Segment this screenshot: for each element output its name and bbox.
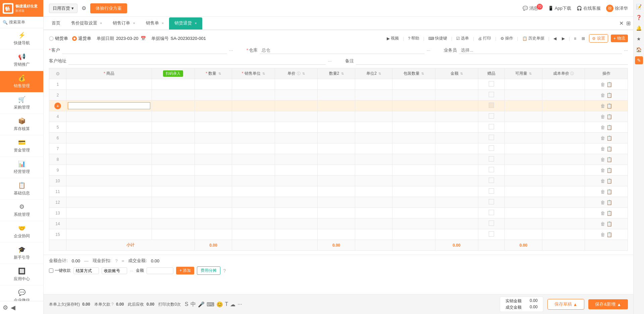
qty-sort-icon[interactable]: ⇅ [218, 72, 221, 75]
sidebar-item-operations[interactable]: 📊 经营管理 [0, 157, 43, 178]
delete-row-2-icon[interactable]: 🗑 [600, 92, 605, 98]
copy-7-icon[interactable]: 📋 [606, 146, 612, 151]
sidebar-item-basic-info[interactable]: 📋 基础信息 [0, 178, 43, 200]
operate-btn[interactable]: ⚙ 操作 [499, 35, 515, 42]
right-panel-icon-6[interactable]: ✎ [635, 56, 643, 64]
scan-input-btn[interactable]: 扫码录入 [163, 70, 183, 77]
collapse-icon[interactable]: ◀ [11, 304, 15, 311]
expand-tab-icon[interactable]: ⊞ [626, 20, 631, 26]
right-panel-icon-2[interactable]: ❓ [635, 13, 643, 21]
right-panel-icon-3[interactable]: 🔔 [635, 24, 643, 32]
copy-4-icon[interactable]: 📋 [606, 114, 612, 119]
gift-checkbox-9[interactable] [489, 167, 494, 172]
video-btn[interactable]: ▶ 视频 [385, 35, 400, 42]
staff-input[interactable] [459, 47, 622, 54]
unit-sort-icon[interactable]: ⇅ [262, 72, 265, 75]
delete-active-icon[interactable]: 🗑 [600, 103, 605, 109]
delete-12-icon[interactable]: 🗑 [600, 200, 605, 205]
sidebar-item-app-center[interactable]: 🔲 应用中心 [0, 264, 43, 286]
sidebar-item-purchase[interactable]: 🛒 采购管理 [0, 92, 43, 114]
delete-11-icon[interactable]: 🗑 [600, 189, 605, 194]
tab-price-settings-close[interactable]: × [100, 21, 102, 25]
delete-4-icon[interactable]: 🗑 [600, 114, 605, 119]
gift-checkbox-1[interactable] [489, 81, 494, 86]
delete-row-icon[interactable]: 🗑 [600, 82, 605, 87]
customer-input[interactable] [62, 47, 227, 54]
sidebar-item-finance[interactable]: 💳 资金管理 [0, 135, 43, 157]
delete-14-icon[interactable]: 🗑 [600, 221, 605, 227]
delete-9-icon[interactable]: 🗑 [600, 168, 605, 173]
expense-help-icon[interactable]: ? [223, 268, 226, 273]
list-view-btn[interactable]: ≡ [573, 36, 578, 42]
pack-sort-icon[interactable]: ⇅ [421, 72, 424, 75]
one-click-checkbox[interactable] [49, 268, 53, 273]
sidebar-item-quick[interactable]: ⚡ 快捷导航 [0, 28, 43, 50]
copy-14-icon[interactable]: 📋 [606, 221, 612, 227]
category-selector[interactable]: 日用百货 ▾ [49, 4, 77, 13]
copy-10-icon[interactable]: 📋 [606, 178, 612, 184]
address-select-icon[interactable]: ··· [328, 58, 332, 64]
settings-gear-icon[interactable]: ⚙ [82, 5, 86, 11]
prev-record-btn[interactable]: ◀ [552, 36, 558, 42]
gift-checkbox-2[interactable] [489, 92, 494, 97]
warehouse-select-icon[interactable]: ··· [427, 48, 431, 53]
tab-sales-return[interactable]: 销货退货 × [169, 17, 202, 29]
expense-split-btn[interactable]: 费用分摊 [197, 266, 220, 275]
gift-checkbox-15[interactable] [489, 231, 494, 237]
copy-11-icon[interactable]: 📋 [606, 189, 612, 194]
tab-price-settings[interactable]: 售价提取设置 × [66, 17, 107, 29]
radio-return[interactable]: 退货单 [72, 36, 91, 42]
note-input[interactable] [356, 57, 628, 65]
copy-9-icon[interactable]: 📋 [606, 168, 612, 173]
gift-checkbox-11[interactable] [489, 188, 494, 194]
message-button[interactable]: 💬 消息 70 [523, 5, 543, 11]
gift-checkbox-4[interactable] [489, 113, 494, 119]
product-input-active[interactable] [68, 102, 150, 109]
gift-checkbox-10[interactable] [489, 178, 494, 183]
tab-sales-slip[interactable]: 销售单 × [141, 17, 169, 29]
tab-sales-order[interactable]: 销售订单 × [107, 17, 140, 29]
address-input[interactable] [68, 57, 326, 65]
gift-checkbox-8[interactable] [489, 156, 494, 162]
user-profile[interactable]: 徐 徐泽华 [606, 5, 628, 12]
tab-sales-slip-close[interactable]: × [162, 21, 164, 25]
available-sort-icon[interactable]: ⇅ [529, 72, 532, 75]
select-btn[interactable]: ☑ 选单 [455, 35, 470, 42]
gift-checkbox-5[interactable] [489, 124, 494, 129]
history-btn[interactable]: 📋 历史单据 [521, 35, 546, 42]
copy-8-icon[interactable]: 📋 [606, 157, 612, 162]
print-btn[interactable]: 🖨 打印 [477, 35, 492, 42]
calendar-icon[interactable]: 📅 [141, 36, 146, 41]
close-tab-icon[interactable]: ✕ [619, 20, 624, 26]
gift-checkbox-6[interactable] [489, 135, 494, 140]
product-cell-1[interactable] [66, 79, 152, 90]
sidebar-item-inventory[interactable]: 📦 库存核算 [0, 114, 43, 135]
field-settings-btn[interactable]: ⚙ 设置 [589, 34, 608, 43]
sidebar-item-guide[interactable]: 🎓 新手引导 [0, 243, 43, 264]
gift-checkbox-12[interactable] [489, 199, 494, 204]
copy-5-icon[interactable]: 📋 [606, 125, 612, 130]
tab-sales-order-close[interactable]: × [133, 21, 135, 25]
qty2-sort-icon[interactable]: ⇅ [341, 72, 344, 75]
copy-12-icon[interactable]: 📋 [606, 200, 612, 205]
num-value[interactable]: SA-20230320-001 [171, 36, 206, 41]
customer-select-icon[interactable]: ··· [229, 48, 233, 53]
gift-checkbox-7[interactable] [489, 145, 494, 151]
delete-5-icon[interactable]: 🗑 [600, 125, 605, 130]
copy-15-icon[interactable]: 📋 [606, 232, 612, 237]
one-click-payment[interactable]: 一键收款 [49, 268, 71, 273]
price-info-icon[interactable]: ⓘ [297, 71, 301, 75]
mic-icon[interactable]: 🎤 [198, 301, 205, 308]
emoji-icon[interactable]: 😊 [216, 301, 223, 308]
copy-13-icon[interactable]: 📋 [606, 210, 612, 216]
copy-row-2-icon[interactable]: 📋 [606, 92, 612, 98]
right-panel-icon-4[interactable]: ★ [635, 35, 643, 43]
help-debt-icon[interactable]: ? [111, 302, 114, 307]
gift-checkbox-14[interactable] [489, 221, 494, 226]
next-record-btn[interactable]: ▶ [560, 36, 566, 42]
add-row-button[interactable]: + [54, 103, 61, 109]
column-gear-icon[interactable]: ⚙ [56, 71, 60, 76]
tab-sales-return-close[interactable]: × [195, 21, 197, 25]
sidebar-search[interactable]: 🔍 搜索菜单 [0, 17, 43, 28]
cost-info-icon[interactable]: ⓘ [570, 71, 574, 75]
